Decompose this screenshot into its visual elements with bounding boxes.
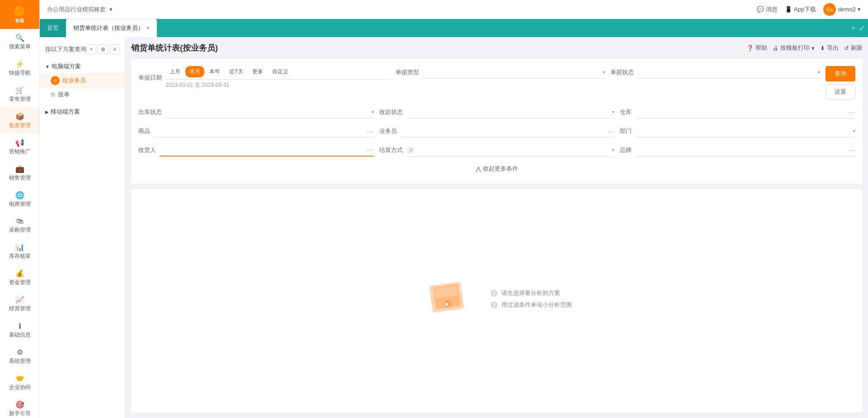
sidebar-item-operation[interactable]: 📈 经营管理 [0,291,40,317]
export-button[interactable]: ⬇ 导出 [820,44,839,52]
sidebar-item-basic[interactable]: ℹ 基础信息 [0,317,40,343]
sidebar-item-wholesale[interactable]: 📦 批发管理 [0,108,40,134]
sidebar-item-label: 基础信息 [9,331,31,339]
tree-mobile-label: 移动端方案 [51,108,80,116]
main-area: 办公用品行业模拟账套 ▾ 💬 消息 📱 App下载 Ea demo2 ▾ 首 [40,0,868,418]
message-button[interactable]: 💬 消息 [757,5,778,14]
sidebar-item-search[interactable]: 🔍 搜索菜单 [0,29,40,55]
dropdown-arrow[interactable]: ▾ [109,6,113,13]
recv-status-label: 收款状态 [379,108,403,116]
sidebar-item-quick-nav[interactable]: ⚡ 快捷导航 [0,55,40,81]
warehouse-select[interactable]: ··· [635,106,855,119]
dept-select[interactable]: ▾ [635,125,855,138]
step-2-text: 用过滤条件来缩小分析范围 [501,301,572,309]
step-2-num: 2 [491,301,498,309]
tab-close-all-button[interactable]: × [852,24,855,32]
refresh-button[interactable]: ↺ 刷新 [844,44,863,52]
date-this-year-btn[interactable]: 本年 [205,66,224,77]
settle-clear[interactable]: × [410,147,413,153]
settings-scheme-button[interactable]: ⊕ [98,44,108,54]
wholesale-icon: 📦 [15,112,24,121]
sidebar-item-purchase[interactable]: 🛍 采购管理 [0,213,40,238]
sidebar-item-label: 企业协同 [9,384,31,391]
sidebar-item-label: 资金管理 [9,279,31,286]
tree-mobile-section: ▶ 移动端方案 [40,103,125,120]
query-button[interactable]: 查询 [826,66,855,81]
user-label: demo2 [838,6,856,13]
sidebar-item-label: 库存核算 [9,252,31,260]
date-prev-month-btn[interactable]: 上月 [165,66,184,77]
brand-label: 品牌 [620,146,632,154]
panel-header: 按以下方案查询 + ⊕ « [40,41,125,58]
date-custom-btn[interactable]: 自定义 [268,66,292,77]
sidebar-item-sales[interactable]: 💼 销售管理 [0,160,40,186]
consignee-dots[interactable]: ··· [367,146,374,153]
tree-mobile-parent[interactable]: ▶ 移动端方案 [40,105,125,119]
help-button[interactable]: ❓ 帮助 [746,44,767,52]
panel-header-actions: + ⊕ « [86,44,120,54]
product-select[interactable]: ··· [154,125,374,138]
sidebar-item-newbie[interactable]: 🎯 新手引导 [0,396,40,418]
sidebar-item-label: 采购管理 [9,226,31,234]
sidebar-item-inventory[interactable]: 📊 库存核算 [0,238,40,265]
message-label: 消息 [766,5,778,14]
doc-type-select[interactable]: ▾ [423,66,605,79]
tree-child-by-order[interactable]: ⊞ 按单 [40,88,125,101]
sidebar: 🟠 标版 🔍 搜索菜单 ⚡ 快捷导航 🛒 零售管理 📦 批发管理 📢 营销推广 … [0,0,40,418]
sidebar-item-finance[interactable]: 💰 资金管理 [0,265,40,291]
salesperson-select[interactable]: ··· [401,125,615,138]
brand-select[interactable]: ··· [635,144,855,157]
sidebar-item-label: 搜索菜单 [9,43,31,51]
date-this-month-btn[interactable]: 本月 [185,66,204,77]
add-scheme-button[interactable]: + [86,44,96,54]
tab-expand-button[interactable]: ⤢ [859,24,864,32]
logo-text: 标版 [15,18,24,24]
sidebar-item-label: 电商管理 [9,200,31,208]
step-1-text: 请先选择要分析的方案 [501,289,560,297]
content: 按以下方案查询 + ⊕ « ▼ 电脑端方案 ⊙ 按业务员 [40,37,868,418]
out-status-label: 出库状态 [138,108,162,116]
by-salesperson-icon-text: ⊙ [53,78,57,83]
collapse-panel-button[interactable]: « [110,44,120,54]
finance-icon: 💰 [15,269,24,278]
sidebar-item-marketing[interactable]: 📢 营销推广 [0,134,40,160]
product-dots[interactable]: ··· [367,128,374,135]
settings-button[interactable]: 设置 [826,84,855,100]
sidebar-item-system[interactable]: ⚙ 系统管理 [0,343,40,370]
tree-desktop-parent[interactable]: ▼ 电脑端方案 [40,60,125,73]
newbie-icon: 🎯 [15,400,24,409]
help-icon: ❓ [746,45,754,52]
sidebar-item-label: 新手引导 [9,410,31,418]
collapse-button[interactable]: ⋀ 收起更多条件 [472,161,522,176]
empty-state: 1 请先选择要分析的方案 2 用过滤条件来缩小分析范围 [131,189,863,413]
sidebar-item-enterprise[interactable]: 🤝 企业协同 [0,370,40,396]
tree-desktop-label: 电脑端方案 [52,62,81,71]
consignee-input[interactable]: ··· [160,144,374,157]
tree-child-by-salesperson[interactable]: ⊙ 按业务员 [40,73,125,88]
topbar-right: 💬 消息 📱 App下载 Ea demo2 ▾ [757,3,861,16]
out-status-select[interactable]: ▾ [165,106,374,119]
date-more-btn[interactable]: 更多 [248,66,267,77]
salesperson-dots[interactable]: ··· [608,128,615,135]
date-label: 单据日期 [138,74,162,82]
doc-status-select[interactable]: ▾ [637,66,820,79]
search-icon: 🔍 [15,33,24,42]
tab-close-button[interactable]: × [146,25,150,31]
user-dropdown-arrow: ▾ [858,6,861,13]
recv-status-select[interactable]: ▾ [406,106,615,119]
header-title: 办公用品行业模拟账套 [47,5,106,14]
date-last7days-btn[interactable]: 近7天 [225,66,247,77]
sidebar-item-ecommerce[interactable]: 🌐 电商管理 [0,186,40,213]
tab-home[interactable]: 首页 [40,19,66,37]
tab-sales-stats[interactable]: 销货单统计表（按业务员） × [66,19,157,37]
avatar-text: Ea [827,7,833,12]
user-menu[interactable]: Ea demo2 ▾ [823,3,861,16]
brand-dots[interactable]: ··· [849,147,855,154]
sidebar-item-retail[interactable]: 🛒 零售管理 [0,81,40,108]
warehouse-dots[interactable]: ··· [849,109,855,116]
print-button[interactable]: 🖨 按模板打印 ▾ [773,44,815,52]
export-label: 导出 [827,44,839,52]
app-download-button[interactable]: 📱 App下载 [785,5,816,14]
sidebar-item-label: 销售管理 [9,174,31,182]
settle-select[interactable]: × ▾ [406,144,615,157]
